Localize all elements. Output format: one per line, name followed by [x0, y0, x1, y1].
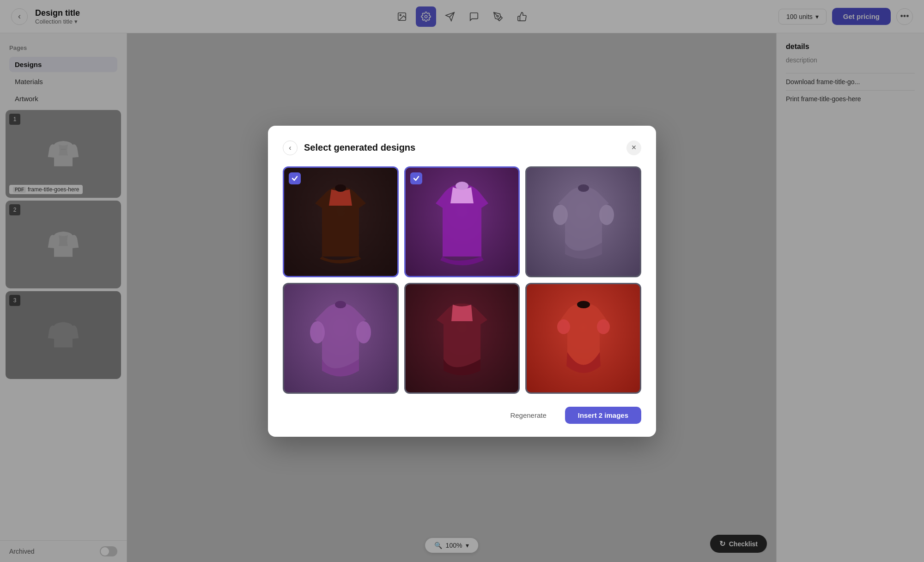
- design-card-check-1: [289, 172, 301, 184]
- svg-point-14: [577, 301, 590, 308]
- garment-image-1: [284, 168, 397, 276]
- modal-back-button[interactable]: ‹: [283, 140, 298, 155]
- regenerate-button[interactable]: Regenerate: [499, 407, 557, 424]
- garment-image-3: [527, 168, 640, 276]
- modal-title: Select generated designs: [304, 142, 415, 153]
- design-card-3[interactable]: [525, 166, 641, 277]
- svg-point-16: [597, 319, 610, 334]
- insert-images-button[interactable]: Insert 2 images: [565, 407, 641, 424]
- svg-point-8: [578, 184, 589, 192]
- design-card-check-2: [410, 172, 422, 184]
- modal-design-grid: [283, 166, 641, 394]
- svg-point-12: [310, 321, 325, 343]
- svg-point-13: [356, 321, 371, 343]
- modal-back-icon: ‹: [289, 144, 291, 152]
- svg-point-6: [335, 184, 346, 192]
- garment-image-2: [406, 168, 519, 276]
- design-card-5[interactable]: [404, 283, 520, 394]
- modal-footer: Regenerate Insert 2 images: [283, 407, 641, 424]
- garment-image-6: [527, 284, 640, 392]
- design-card-2[interactable]: [404, 166, 520, 277]
- svg-point-10: [599, 205, 614, 225]
- modal-close-button[interactable]: ×: [626, 140, 641, 155]
- design-card-1[interactable]: [283, 166, 399, 277]
- design-card-6[interactable]: [525, 283, 641, 394]
- svg-point-9: [553, 205, 568, 225]
- svg-point-15: [557, 319, 570, 334]
- modal-overlay[interactable]: ‹ Select generated designs ×: [0, 0, 924, 562]
- svg-point-11: [335, 301, 346, 308]
- modal-close-icon: ×: [632, 143, 637, 153]
- design-card-4[interactable]: [283, 283, 399, 394]
- svg-point-7: [456, 182, 468, 190]
- garment-image-5: [406, 284, 519, 392]
- modal-header-left: ‹ Select generated designs: [283, 140, 415, 155]
- modal-dialog: ‹ Select generated designs ×: [268, 126, 656, 437]
- modal-header: ‹ Select generated designs ×: [283, 140, 641, 155]
- garment-image-4: [284, 284, 397, 392]
